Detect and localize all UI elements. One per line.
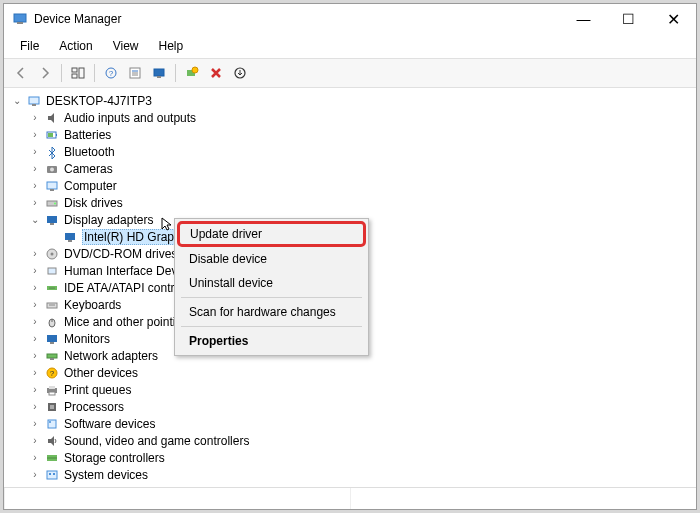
show-hide-tree-button[interactable] [67,62,89,84]
expander-icon[interactable]: › [28,400,42,414]
maximize-button[interactable]: ☐ [606,4,651,34]
scan-hardware-button[interactable] [181,62,203,84]
category-node[interactable]: ›Universal Serial Bus controllers [4,483,696,487]
category-label: Print queues [64,383,131,397]
svg-point-37 [54,287,55,288]
svg-rect-27 [47,216,57,223]
svg-rect-33 [48,268,56,274]
expander-icon[interactable]: › [28,315,42,329]
svg-text:?: ? [50,369,55,378]
ide-icon [44,280,60,296]
category-node[interactable]: ›Disk drives [4,194,696,211]
category-node[interactable]: ›Processors [4,398,696,415]
expander-icon[interactable]: › [28,451,42,465]
category-label: DVD/CD-ROM drives [64,247,177,261]
svg-rect-2 [72,68,77,72]
expander-icon[interactable]: › [28,247,42,261]
close-button[interactable]: ✕ [651,4,696,34]
expander-icon[interactable]: › [28,111,42,125]
expander-open-icon[interactable]: ⌄ [10,94,24,108]
category-node[interactable]: ›Bluetooth [4,143,696,160]
software-icon [44,416,60,432]
processor-icon [44,399,60,415]
expander-icon[interactable]: › [28,332,42,346]
separator [181,297,362,298]
category-label: Sound, video and game controllers [64,434,249,448]
category-node[interactable]: ›Print queues [4,381,696,398]
expander-icon[interactable]: ⌄ [28,213,42,227]
svg-point-14 [192,67,198,73]
svg-rect-20 [48,133,53,137]
svg-rect-23 [47,182,57,189]
menu-action[interactable]: Action [49,36,102,56]
expander-icon[interactable]: › [28,383,42,397]
svg-rect-45 [50,358,54,360]
category-node[interactable]: ›?Other devices [4,364,696,381]
expander-icon[interactable]: › [28,298,42,312]
svg-point-22 [50,167,54,171]
menu-help[interactable]: Help [149,36,194,56]
minimize-button[interactable]: — [561,4,606,34]
uninstall-button[interactable] [205,62,227,84]
category-label: Processors [64,400,124,414]
menubar: File Action View Help [4,34,696,59]
category-node[interactable]: ›Software devices [4,415,696,432]
update-driver-button[interactable] [229,62,251,84]
hid-icon [44,263,60,279]
category-node[interactable]: ›Sound, video and game controllers [4,432,696,449]
tree-pane[interactable]: ⌄ DESKTOP-4J7ITP3 ›Audio inputs and outp… [4,88,696,487]
context-update-driver[interactable]: Update driver [177,221,366,247]
device-manager-window: Device Manager — ☐ ✕ File Action View He… [3,3,697,510]
forward-button[interactable] [34,62,56,84]
properties-button[interactable] [124,62,146,84]
category-label: Audio inputs and outputs [64,111,196,125]
category-node[interactable]: ›Computer [4,177,696,194]
category-label: Computer [64,179,117,193]
separator [94,64,95,82]
network-icon [44,348,60,364]
monitor-button[interactable] [148,62,170,84]
svg-rect-11 [154,69,164,76]
expander-icon[interactable]: › [28,468,42,482]
category-node[interactable]: ›Batteries [4,126,696,143]
monitor-icon [44,331,60,347]
context-disable-device[interactable]: Disable device [177,247,366,271]
context-scan-hardware[interactable]: Scan for hardware changes [177,300,366,324]
expander-icon[interactable]: › [28,281,42,295]
svg-rect-17 [32,104,36,106]
svg-rect-1 [17,22,23,24]
menu-view[interactable]: View [103,36,149,56]
expander-icon[interactable]: › [28,366,42,380]
separator [181,326,362,327]
category-node[interactable]: ›Storage controllers [4,449,696,466]
menu-file[interactable]: File [10,36,49,56]
svg-point-26 [54,202,56,204]
expander-icon[interactable]: › [28,196,42,210]
expander-icon[interactable]: › [28,128,42,142]
svg-rect-4 [79,68,84,78]
expander-icon[interactable]: › [28,145,42,159]
root-node[interactable]: ⌄ DESKTOP-4J7ITP3 [4,92,696,109]
titlebar[interactable]: Device Manager — ☐ ✕ [4,4,696,34]
category-label: Display adapters [64,213,153,227]
expander-icon[interactable]: › [28,434,42,448]
help-button[interactable]: ? [100,62,122,84]
expander-icon[interactable]: › [28,162,42,176]
expander-icon[interactable]: › [28,349,42,363]
other-icon: ? [44,365,60,381]
category-label: Software devices [64,417,155,431]
camera-icon [44,161,60,177]
svg-rect-58 [49,473,51,475]
expander-icon[interactable]: › [28,179,42,193]
separator [61,64,62,82]
expander-icon[interactable]: › [28,417,42,431]
back-button[interactable] [10,62,32,84]
context-uninstall-device[interactable]: Uninstall device [177,271,366,295]
system-icon [44,467,60,483]
expander-icon[interactable]: › [28,264,42,278]
category-node[interactable]: ›Cameras [4,160,696,177]
context-properties[interactable]: Properties [177,329,366,353]
expander-icon[interactable]: › [28,485,42,488]
category-node[interactable]: ›System devices [4,466,696,483]
category-node[interactable]: ›Audio inputs and outputs [4,109,696,126]
